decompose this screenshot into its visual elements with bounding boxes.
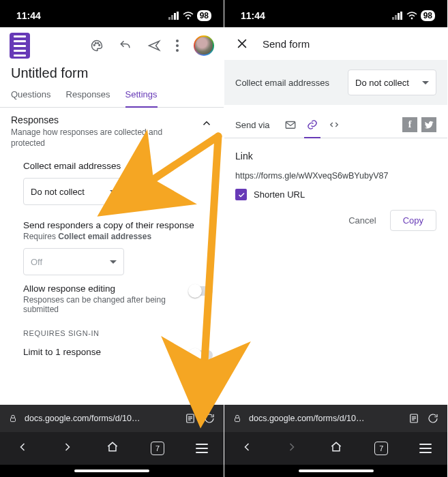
collect-email-select[interactable]: Do not collect — [348, 70, 436, 95]
forms-logo-icon — [10, 33, 30, 59]
nav-tabs[interactable]: 7 — [151, 442, 164, 455]
reload-icon[interactable] — [203, 412, 215, 425]
nav-forward[interactable] — [61, 440, 74, 457]
browser-url-bar[interactable]: docs.google.com/forms/d/10… — [0, 405, 224, 432]
home-indicator — [0, 465, 224, 477]
lock-icon — [233, 414, 242, 423]
signal-icon — [168, 12, 179, 20]
sendcopy-label: Send responders a copy of their response — [23, 220, 213, 230]
tab-responses[interactable]: Responses — [66, 89, 110, 107]
screen-settings: 11:44 98 Untitled form Questions Respons… — [0, 0, 224, 477]
svg-rect-0 — [168, 17, 170, 20]
status-time: 11:44 — [241, 10, 265, 21]
home-indicator — [224, 465, 447, 477]
forms-header — [0, 27, 224, 63]
nav-forward — [285, 440, 299, 457]
battery-level: 98 — [421, 10, 435, 21]
status-time: 11:44 — [16, 10, 41, 21]
cancel-button[interactable]: Cancel — [340, 210, 384, 231]
sendvia-label: Send via — [235, 120, 270, 130]
limit-response-label: Limit to 1 response — [23, 347, 101, 357]
nav-back[interactable] — [240, 440, 254, 457]
collect-email-value: Do not collect — [355, 78, 409, 88]
requires-signin-heading: REQUIRES SIGN-IN — [0, 314, 224, 337]
signal-icon — [392, 12, 403, 20]
status-bar: 11:44 98 — [224, 0, 447, 27]
svg-point-6 — [95, 42, 97, 44]
svg-point-18 — [410, 18, 413, 20]
shorten-url-checkbox[interactable] — [235, 189, 247, 200]
svg-rect-19 — [286, 122, 295, 129]
svg-point-7 — [98, 42, 99, 44]
wifi-icon — [406, 12, 417, 20]
svg-rect-17 — [400, 12, 402, 20]
svg-rect-1 — [171, 15, 173, 20]
send-icon[interactable] — [147, 39, 161, 52]
section-title-responses: Responses — [11, 114, 188, 125]
nav-menu[interactable] — [419, 444, 432, 453]
svg-rect-14 — [392, 17, 394, 20]
browser-navbar: 7 — [0, 432, 224, 465]
svg-point-8 — [99, 44, 100, 46]
sendcopy-value: Off — [31, 257, 42, 267]
screen-send: 11:44 98 Send form Collect email address… — [224, 0, 447, 477]
undo-icon[interactable] — [119, 39, 132, 52]
reader-icon[interactable] — [408, 412, 420, 425]
allowedit-sub: Responses can be changed after being sub… — [23, 295, 173, 314]
nav-home[interactable] — [106, 440, 119, 457]
nav-home[interactable] — [329, 440, 343, 457]
url-text: docs.google.com/forms/d/10… — [25, 414, 177, 423]
sendvia-embed-tab[interactable] — [323, 114, 345, 135]
svg-point-4 — [187, 18, 189, 20]
shorten-url-label: Shorten URL — [254, 189, 305, 200]
link-value[interactable]: https://forms.gle/wWXveqS6wBYubyV87 — [235, 171, 436, 181]
twitter-icon[interactable] — [421, 117, 436, 132]
more-menu-icon[interactable] — [176, 40, 179, 52]
collect-email-label: Collect email addresses — [235, 78, 329, 88]
collect-email-label: Collect email addresses — [23, 161, 213, 171]
status-bar: 11:44 98 — [0, 0, 224, 27]
chevron-down-icon — [110, 190, 117, 194]
tab-questions[interactable]: Questions — [11, 89, 51, 107]
browser-url-bar[interactable]: docs.google.com/forms/d/10… — [224, 405, 447, 432]
collect-email-select[interactable]: Do not collect — [23, 178, 124, 205]
sendvia-link-tab[interactable] — [301, 114, 323, 135]
close-icon[interactable] — [235, 37, 249, 50]
nav-menu[interactable] — [196, 444, 208, 453]
url-text: docs.google.com/forms/d/10… — [249, 414, 401, 423]
palette-icon[interactable] — [90, 39, 104, 52]
chevron-down-icon — [110, 260, 117, 264]
link-heading: Link — [235, 151, 436, 161]
svg-rect-9 — [11, 418, 16, 421]
chevron-up-icon[interactable] — [200, 117, 213, 129]
nav-back[interactable] — [16, 440, 29, 457]
allowedit-toggle[interactable] — [190, 286, 213, 296]
sendcopy-requires: Requires Collect email addresses — [23, 232, 213, 241]
section-subtitle-responses: Manage how responses are collected and p… — [11, 127, 188, 149]
svg-rect-3 — [177, 12, 179, 20]
reader-icon[interactable] — [184, 412, 196, 425]
svg-rect-16 — [398, 13, 400, 20]
browser-navbar: 7 — [224, 432, 447, 465]
send-form-title: Send form — [263, 38, 310, 50]
lock-icon — [8, 414, 18, 423]
limit-response-toggle[interactable] — [190, 350, 213, 360]
editor-tabs: Questions Responses Settings — [0, 82, 224, 108]
reload-icon[interactable] — [427, 412, 439, 425]
chevron-down-icon — [422, 81, 429, 84]
account-avatar[interactable] — [194, 35, 214, 56]
form-title[interactable]: Untitled form — [0, 63, 224, 82]
collect-email-value: Do not collect — [31, 187, 85, 197]
battery-level: 98 — [197, 10, 211, 21]
tab-settings[interactable]: Settings — [125, 89, 158, 108]
svg-rect-15 — [395, 15, 397, 20]
copy-button[interactable]: Copy — [390, 210, 436, 231]
sendcopy-select[interactable]: Off — [23, 248, 124, 275]
nav-tabs[interactable]: 7 — [374, 442, 388, 455]
wifi-icon — [183, 12, 194, 20]
sendvia-email-tab[interactable] — [280, 114, 301, 135]
allowedit-label: Allow response editing — [23, 283, 173, 294]
svg-rect-20 — [235, 418, 240, 421]
facebook-icon[interactable]: f — [402, 117, 417, 132]
svg-rect-2 — [174, 13, 176, 20]
